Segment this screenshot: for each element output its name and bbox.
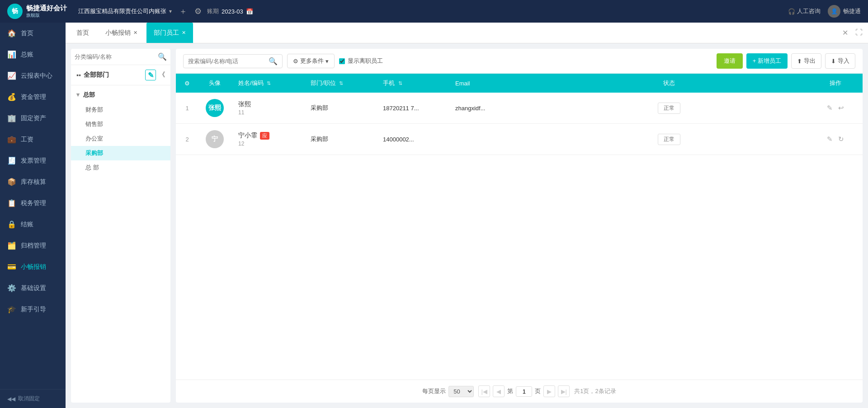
dept-child-purchase[interactable]: 采购部 — [71, 146, 170, 160]
name-code-ning: 宁小霏 应 12 — [238, 131, 296, 147]
sidebar-item-invoice[interactable]: 🧾 发票管理 — [0, 150, 66, 171]
sidebar-item-assets[interactable]: 🏢 固定资产 — [0, 108, 66, 129]
sidebar-item-closing[interactable]: 🔒 结账 — [0, 214, 66, 235]
page-suffix-label: 页 — [535, 387, 541, 395]
more-filters-button[interactable]: ⚙ 更多条件 ▾ — [287, 54, 335, 68]
export-icon: ⬆ — [797, 58, 802, 65]
basic-settings-icon: ⚙️ — [7, 284, 16, 292]
last-page-button[interactable]: ▶| — [558, 385, 570, 397]
current-page-input[interactable] — [516, 386, 532, 397]
sidebar-label-assets: 固定资产 — [21, 114, 46, 122]
col-name[interactable]: 姓名/编码 ⇅ — [231, 74, 303, 93]
pin-toggle[interactable]: ◀◀ 取消固定 — [0, 389, 66, 408]
invoice-icon: 🧾 — [7, 156, 16, 165]
add-company-button[interactable]: ＋ — [177, 6, 189, 17]
add-employee-button[interactable]: + 新增员工 — [746, 53, 788, 69]
tab-employees-label: 部门员工 — [154, 29, 179, 37]
tab-home[interactable]: 首页 — [69, 23, 96, 43]
row2-name-cell: 宁小霏 应 12 — [231, 124, 303, 155]
service-button[interactable]: 🎧 人工咨询 — [788, 7, 821, 15]
col-dept[interactable]: 部门/职位 ⇅ — [303, 74, 376, 93]
import-button[interactable]: ⬇ 导入 — [825, 53, 855, 69]
settings-icon[interactable]: ⚙ — [194, 6, 202, 16]
ledger-icon: 📊 — [7, 50, 16, 59]
sort-name-icon: ⇅ — [267, 80, 271, 86]
archive-icon: 🗂️ — [7, 241, 16, 250]
code-ning: 12 — [238, 141, 296, 147]
row2-dept: 采购部 — [303, 124, 376, 155]
add-employee-label: + 新增员工 — [753, 57, 781, 65]
first-page-button[interactable]: |◀ — [478, 385, 490, 397]
prev-page-button[interactable]: ◀ — [493, 385, 505, 397]
edit-dept-button[interactable]: ✎ — [145, 70, 156, 80]
row1-status: 正常 — [529, 93, 808, 124]
dept-child-sales[interactable]: 销售部 — [71, 117, 170, 131]
tab-bar: 首页 小畅报销 ✕ 部门员工 ✕ ✕ ⛶ — [66, 23, 868, 43]
show-resigned-area: 显示离职员工 — [339, 57, 383, 65]
pin-icon: ◀◀ — [7, 396, 15, 402]
sidebar-item-tax[interactable]: 📋 税务管理 — [0, 192, 66, 214]
edit-row1-button[interactable]: ✎ — [827, 104, 833, 112]
company-selector[interactable]: 江西服宝精品有限责任公司内账张 ▾ — [78, 7, 172, 15]
dept-child-general[interactable]: 总 部 — [71, 160, 170, 175]
dept-child-office[interactable]: 办公室 — [71, 131, 170, 146]
left-panel: 🔍 ▪▪ 全部部门 ✎ 《 ▾ 总部 财务部 — [71, 49, 170, 403]
main-layout: 🏠 首页 📊 总账 📈 云报表中心 💰 资金管理 🏢 固定资产 💼 工资 🧾 发… — [0, 23, 868, 408]
dept-search-icon[interactable]: 🔍 — [158, 52, 167, 61]
sidebar-item-guide[interactable]: 🎓 新手引导 — [0, 299, 66, 320]
per-page-select[interactable]: 50 100 200 — [448, 386, 474, 397]
period-value: 2023-03 — [222, 8, 243, 15]
table-header-row: ⚙ 头像 姓名/编码 ⇅ 部门/职位 ⇅ — [176, 74, 863, 93]
total-record-label: 共1页，2条记录 — [574, 387, 616, 395]
tab-home-label: 首页 — [76, 29, 89, 37]
page-size-area: 每页显示 50 100 200 — [422, 386, 474, 397]
col-phone[interactable]: 手机 ⇅ — [376, 74, 448, 93]
dept-child-finance[interactable]: 财务部 — [71, 103, 170, 117]
filter-arrow-icon: ▾ — [326, 58, 329, 65]
tab-expense-label: 小畅报销 — [105, 29, 131, 37]
sidebar-item-funds[interactable]: 💰 资金管理 — [0, 86, 66, 108]
sidebar-item-inventory[interactable]: 📦 库存核算 — [0, 171, 66, 192]
employee-search-input[interactable] — [188, 58, 266, 65]
employee-search-icon[interactable]: 🔍 — [269, 57, 278, 66]
show-resigned-checkbox[interactable] — [339, 58, 345, 64]
close-window-button[interactable]: ✕ — [840, 27, 850, 39]
calendar-icon[interactable]: 📅 — [246, 8, 253, 15]
close-expense-tab-button[interactable]: ✕ — [133, 30, 137, 36]
sidebar-item-expense[interactable]: 💳 小畅报销 — [0, 256, 66, 277]
sidebar-item-ledger[interactable]: 📊 总账 — [0, 44, 66, 65]
collapse-tree-button[interactable]: 《 — [159, 71, 165, 79]
sidebar-item-archive[interactable]: 🗂️ 归档管理 — [0, 235, 66, 256]
expand-window-button[interactable]: ⛶ — [854, 27, 864, 39]
avatar-zhang: 张熙 — [206, 99, 224, 117]
period-area: 账期 2023-03 📅 — [207, 7, 253, 15]
sidebar-item-home[interactable]: 🏠 首页 — [0, 23, 66, 44]
sidebar-item-reports[interactable]: 📈 云报表中心 — [0, 65, 66, 86]
sidebar-item-salary[interactable]: 💼 工资 — [0, 129, 66, 150]
sidebar-label-tax: 税务管理 — [21, 199, 46, 207]
tab-expense[interactable]: 小畅报销 ✕ — [98, 23, 145, 43]
logout-row1-button[interactable]: ↩ — [838, 104, 844, 112]
edit-row2-button[interactable]: ✎ — [827, 135, 833, 143]
dept-search-input[interactable] — [75, 53, 155, 60]
next-page-button[interactable]: ▶ — [543, 385, 555, 397]
tab-employees[interactable]: 部门员工 ✕ — [146, 23, 193, 43]
row1-name-cell: 张熙 11 — [231, 93, 303, 124]
sort-dept-icon: ⇅ — [339, 80, 343, 86]
tax-icon: 📋 — [7, 199, 16, 207]
tag-ning: 应 — [260, 132, 269, 140]
sidebar-label-guide: 新手引导 — [21, 305, 46, 314]
delete-row2-button[interactable]: ↻ — [838, 135, 844, 143]
row1-action-icons: ✎ ↩ — [816, 104, 855, 112]
sidebar-label-funds: 资金管理 — [21, 93, 46, 101]
dept-grid-icon: ▪▪ — [76, 71, 81, 79]
row1-dept: 采购部 — [303, 93, 376, 124]
sidebar-item-settings[interactable]: ⚙️ 基础设置 — [0, 277, 66, 299]
close-employees-tab-button[interactable]: ✕ — [182, 30, 186, 36]
export-button[interactable]: ⬆ 导出 — [791, 53, 821, 69]
col-settings[interactable]: ⚙ — [176, 74, 198, 93]
invite-button[interactable]: 邀请 — [717, 53, 743, 69]
user-area[interactable]: 👤 畅捷通 — [828, 5, 861, 18]
filter-label: 更多条件 — [300, 57, 324, 65]
row2-status: 正常 — [529, 124, 808, 155]
